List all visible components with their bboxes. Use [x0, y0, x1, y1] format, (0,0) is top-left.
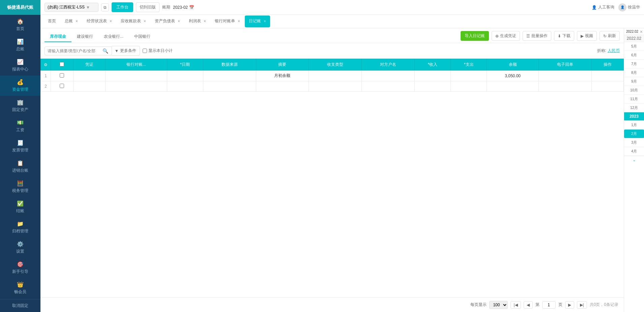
sidebar-item-home[interactable]: 🏠 首页: [0, 15, 40, 35]
tab-close-icon[interactable]: ×: [264, 19, 266, 24]
tab-close-icon[interactable]: ×: [178, 19, 180, 24]
support-icon: 👤: [592, 5, 597, 10]
calendar-month-10[interactable]: 10月: [624, 86, 644, 95]
sub-tab-abc[interactable]: 农业银行...: [98, 32, 129, 42]
source-cell: [203, 70, 256, 81]
row-checkbox-cell[interactable]: [51, 81, 74, 92]
tab-close-icon[interactable]: ×: [144, 19, 146, 24]
tab-home[interactable]: 首页: [44, 16, 60, 27]
calendar-month-3-2023[interactable]: 3月: [624, 138, 644, 147]
calendar-month-4-2023[interactable]: 4月: [624, 147, 644, 156]
page-size-select[interactable]: 100 50 200: [489, 301, 508, 309]
sub-tab-boc[interactable]: 中国银行: [129, 32, 156, 42]
dropdown-arrow-icon: ▼: [86, 5, 90, 10]
prev-page-button[interactable]: ◀: [524, 301, 533, 309]
tab-receivables[interactable]: 应收账款表 ×: [117, 16, 150, 27]
sidebar: 畅捷通易代账 🏠 首页 📊 总账 📈 报表中心 💰 资金管理 🏢 固定资产 💵 …: [0, 0, 40, 312]
sidebar-item-reports[interactable]: 📈 报表中心: [0, 55, 40, 76]
sidebar-item-invoice[interactable]: 🧾 发票管理: [0, 136, 40, 157]
sidebar-item-label: 结账: [16, 208, 24, 214]
tab-diary[interactable]: 日记账 ×: [245, 16, 270, 27]
tab-close-icon[interactable]: ×: [76, 19, 78, 24]
counterpart-cell: [362, 70, 415, 81]
calendar-month-11[interactable]: 11月: [624, 95, 644, 104]
counterpart-cell: [362, 81, 415, 92]
tab-bar: 首页 总账 × 经营状况表 × 应收账款表 × 资产负债表 × 利润表 × 银行…: [40, 15, 644, 28]
table-header-e-receipt: 电子回单: [538, 59, 591, 70]
guide-icon: 🎯: [17, 261, 24, 267]
first-page-button[interactable]: |◀: [510, 301, 521, 309]
calendar-close-button[interactable]: ×: [640, 29, 643, 34]
next-page-button[interactable]: ▶: [565, 301, 574, 309]
old-version-button[interactable]: 切到旧版: [136, 2, 159, 12]
type-cell: [309, 70, 362, 81]
batch-button[interactable]: ☰ 批量操作: [523, 31, 551, 41]
calendar-month-5[interactable]: 5月: [624, 42, 644, 51]
calendar-scroll-down[interactable]: ⌄: [624, 156, 644, 164]
unpin-sidebar[interactable]: 取消固定: [0, 299, 40, 312]
support-button[interactable]: 👤 人工客询: [592, 4, 614, 10]
search-button[interactable]: 🔍: [103, 48, 108, 54]
table-header-counterpart: 对方户名: [362, 59, 415, 70]
table-header-settings[interactable]: ⚙: [41, 59, 51, 70]
sidebar-item-finance[interactable]: 💰 资金管理: [0, 76, 40, 96]
sub-tab-ccb[interactable]: 建设银行: [71, 32, 98, 42]
company-selector[interactable]: (勿易) 江西税宝-LSS ▼: [45, 3, 98, 12]
currency-link[interactable]: 人民币: [608, 48, 620, 54]
sidebar-item-member[interactable]: 👑 畅会员: [0, 278, 40, 298]
video-button[interactable]: ▶ 视频: [577, 31, 597, 41]
filter-button[interactable]: ▼ 更多条件: [111, 46, 140, 56]
select-all-checkbox[interactable]: [60, 62, 64, 66]
tab-close-icon[interactable]: ×: [110, 19, 112, 24]
show-daily-checkbox-label[interactable]: 显示本日小计: [143, 48, 173, 54]
last-page-button[interactable]: ▶|: [577, 301, 587, 309]
tab-close-icon[interactable]: ×: [204, 19, 206, 24]
calendar-month-7[interactable]: 7月: [624, 60, 644, 68]
table-header-checkbox[interactable]: [51, 59, 74, 70]
sidebar-item-sales[interactable]: 📋 进销台账: [0, 157, 40, 177]
calendar-month-6[interactable]: 6月: [624, 51, 644, 60]
calendar-month-1-2023[interactable]: 1月: [624, 121, 644, 130]
tab-close-icon[interactable]: ×: [238, 19, 240, 24]
refresh-button[interactable]: ↻ 刷新: [599, 31, 620, 41]
show-daily-checkbox[interactable]: [143, 49, 147, 53]
unpin-label: 取消固定: [12, 303, 28, 308]
download-button[interactable]: ⬇ 下载: [554, 31, 574, 41]
main-area: (勿易) 江西税宝-LSS ▼ ⧉ 工作台 切到旧版 账期 2023-02 📅 …: [40, 0, 644, 312]
sidebar-item-assets[interactable]: 🏢 固定资产: [0, 96, 40, 116]
bank-cell: [105, 70, 167, 81]
import-diary-button[interactable]: 导入日记账: [461, 31, 489, 41]
sidebar-item-ledger[interactable]: 📊 总账: [0, 35, 40, 55]
calendar-month-8[interactable]: 8月: [624, 68, 644, 77]
balance-cell: [487, 81, 539, 92]
calendar-month-2-2023[interactable]: 2月: [624, 130, 644, 138]
page-input[interactable]: [542, 301, 556, 309]
tab-operations[interactable]: 经营状况表 ×: [83, 16, 116, 27]
sidebar-item-salary[interactable]: 💵 工资: [0, 116, 40, 136]
workbench-button[interactable]: 工作台: [112, 2, 133, 12]
tab-balance[interactable]: 资产负债表 ×: [151, 16, 184, 27]
row-checkbox[interactable]: [60, 73, 64, 78]
calendar-month-9[interactable]: 9月: [624, 77, 644, 86]
tab-profit[interactable]: 利润表 ×: [185, 16, 210, 27]
tab-ledger[interactable]: 总账 ×: [61, 16, 82, 27]
sidebar-item-settings[interactable]: ⚙️ 设置: [0, 237, 40, 258]
calendar-month-12[interactable]: 12月: [624, 104, 644, 112]
user-menu[interactable]: 👤 徐温华: [618, 3, 640, 11]
search-input[interactable]: [45, 47, 112, 55]
sidebar-item-close[interactable]: ✅ 结账: [0, 197, 40, 217]
sidebar-item-tax[interactable]: 🧮 税务管理: [0, 177, 40, 197]
close-books-icon: ✅: [17, 200, 24, 207]
source-cell: [203, 81, 256, 92]
copy-button[interactable]: ⧉: [101, 3, 109, 11]
sidebar-item-guide[interactable]: 🎯 新手引导: [0, 258, 40, 278]
gen-voucher-button[interactable]: ⊕ 生成凭证: [492, 31, 520, 41]
sidebar-item-archive[interactable]: 📁 归档管理: [0, 217, 40, 237]
date-cell: [167, 81, 203, 92]
calendar-icon[interactable]: 📅: [189, 5, 194, 10]
tab-bank-statement[interactable]: 银行对账单 ×: [211, 16, 244, 27]
sub-tab-cash[interactable]: 库存现金: [45, 32, 71, 42]
row-number: 2: [41, 81, 51, 92]
row-checkbox[interactable]: [60, 84, 64, 88]
row-checkbox-cell[interactable]: [51, 70, 74, 81]
